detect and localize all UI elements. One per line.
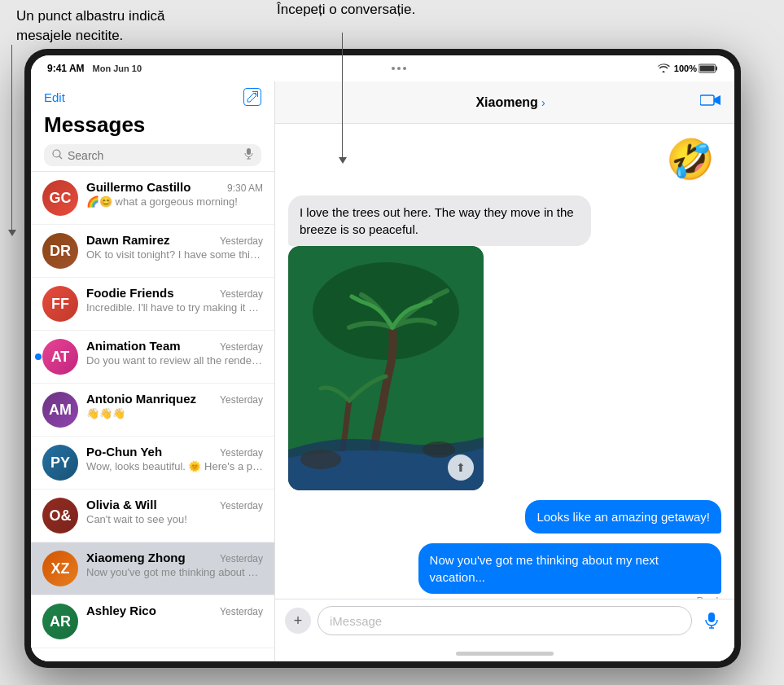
conv-time-guillermo: 9:30 AM [227, 182, 263, 194]
share-button[interactable]: ⬆ [448, 454, 474, 481]
conversation-item-xiaomeng[interactable]: XZXiaomeng ZhongYesterdayNow you've got … [31, 542, 274, 595]
svg-point-11 [300, 450, 341, 469]
wifi-icon [657, 63, 670, 74]
conversation-item-dawn[interactable]: DRDawn RamirezYesterdayOK to visit tonig… [31, 225, 274, 278]
message-bubble-received: I love the trees out here. The way they … [288, 195, 591, 246]
avatar-antonio: AM [42, 392, 78, 428]
conv-time-animation: Yesterday [220, 341, 263, 353]
message-group-received: I love the trees out here. The way they … [288, 195, 721, 490]
conv-name-guillermo: Guillermo Castillo [86, 180, 191, 194]
conversation-item-foodie[interactable]: FFFoodie FriendsYesterdayIncredible. I'l… [31, 278, 274, 331]
home-indicator [275, 645, 734, 661]
search-input[interactable] [68, 149, 239, 162]
conv-preview-olivia: Can't wait to see you! [86, 513, 263, 527]
conv-time-xiaomeng: Yesterday [220, 553, 263, 564]
conv-preview-xiaomeng: Now you've got me thinking about my next… [86, 566, 263, 580]
video-call-button[interactable] [700, 93, 721, 112]
mic-icon [244, 148, 253, 162]
svg-rect-8 [700, 95, 714, 105]
svg-point-12 [423, 441, 455, 458]
emoji-reaction: 🤣 [666, 137, 715, 182]
conv-preview-guillermo: 🌈😊 what a gorgeous morning! [86, 195, 263, 209]
chat-chevron-icon: › [541, 96, 545, 109]
conv-name-xiaomeng: Xiaomeng Zhong [86, 551, 186, 564]
annotation-arrow-1 [8, 230, 16, 236]
chat-header: Xiaomeng › [275, 81, 734, 124]
conv-name-olivia: Olivia & Will [86, 498, 157, 512]
status-date: Mon Jun 10 [93, 64, 142, 73]
mic-input-icon [705, 613, 718, 629]
main-content: Edit Messages [31, 81, 734, 661]
conv-name-animation: Animation Team [86, 339, 181, 353]
message-bubble-sent-1: Looks like an amazing getaway! [525, 500, 721, 534]
conv-body-animation: Animation TeamYesterdayDo you want to re… [86, 339, 263, 368]
avatar-pochun: PY [42, 445, 78, 481]
svg-rect-5 [247, 148, 251, 155]
status-right: 100% [657, 63, 718, 74]
conversation-item-olivia[interactable]: O&Olivia & WillYesterdayCan't wait to se… [31, 490, 274, 542]
conv-body-xiaomeng: Xiaomeng ZhongYesterdayNow you've got me… [86, 551, 263, 580]
home-bar [456, 652, 554, 656]
dots-center [392, 67, 406, 70]
conv-preview-dawn: OK to visit tonight? I have some things … [86, 248, 263, 262]
sidebar-header: Edit Messages [31, 81, 274, 172]
input-area: + iMessage [275, 599, 734, 645]
conv-name-ashley: Ashley Rico [86, 604, 156, 617]
search-bar[interactable] [44, 144, 261, 166]
annotation-unread: Un punct albastru indică mesajele neciti… [0, 0, 212, 52]
avatar-foodie: FF [42, 286, 78, 322]
chat-panel: Xiaomeng › 🤣 [275, 81, 734, 661]
chat-messages: 🤣 I love the trees out here. The way the… [275, 124, 734, 599]
annotation-arrow-2 [339, 157, 347, 164]
status-bar: 9:41 AM Mon Jun 10 100% [31, 55, 734, 81]
beach-scene-svg [288, 246, 484, 490]
status-time: 9:41 AM [47, 63, 85, 74]
conv-body-olivia: Olivia & WillYesterdayCan't wait to see … [86, 498, 263, 527]
message-input[interactable]: iMessage [318, 606, 692, 635]
conversation-item-animation[interactable]: ATAnimation TeamYesterdayDo you want to … [31, 331, 274, 384]
message-group-sent-2: Now you've got me thinking about my next… [288, 543, 721, 599]
conv-name-pochun: Po-Chun Yeh [86, 445, 162, 459]
conv-time-dawn: Yesterday [220, 235, 263, 247]
conv-time-foodie: Yesterday [220, 288, 263, 300]
compose-button[interactable] [243, 88, 261, 106]
conversation-item-guillermo[interactable]: GCGuillermo Castillo9:30 AM🌈😊 what a gor… [31, 172, 274, 225]
conv-body-antonio: Antonio ManriquezYesterday👋👋👋 [86, 392, 263, 421]
conv-name-antonio: Antonio Manriquez [86, 392, 196, 406]
conv-time-ashley: Yesterday [220, 606, 263, 617]
chat-contact-name: Xiaomeng [475, 95, 537, 110]
conv-body-dawn: Dawn RamirezYesterdayOK to visit tonight… [86, 233, 263, 262]
avatar-xiaomeng: XZ [42, 551, 78, 586]
compose-icon [247, 91, 258, 103]
conversation-item-antonio[interactable]: AMAntonio ManriquezYesterday👋👋👋 [31, 384, 274, 437]
ipad-screen: 9:41 AM Mon Jun 10 100% [31, 55, 734, 661]
svg-rect-2 [699, 66, 714, 72]
sidebar: Edit Messages [31, 81, 275, 661]
ipad-frame: 9:41 AM Mon Jun 10 100% [24, 49, 741, 668]
message-bubble-sent-2: Now you've got me thinking about my next… [418, 543, 721, 594]
message-group-sent-1: Looks like an amazing getaway! [288, 500, 721, 534]
plus-button[interactable]: + [285, 608, 311, 634]
conv-preview-antonio: 👋👋👋 [86, 407, 263, 421]
annotation-line-1 [11, 45, 12, 232]
svg-rect-13 [708, 613, 715, 622]
avatar-ashley: AR [42, 604, 78, 639]
conv-name-foodie: Foodie Friends [86, 286, 174, 300]
avatar-dawn: DR [42, 233, 78, 269]
svg-point-3 [53, 150, 60, 157]
svg-point-10 [313, 262, 459, 360]
conv-body-foodie: Foodie FriendsYesterdayIncredible. I'll … [86, 286, 263, 315]
unread-dot-animation [35, 353, 42, 360]
conversation-item-ashley[interactable]: ARAshley RicoYesterday [31, 595, 274, 648]
edit-button[interactable]: Edit [44, 90, 65, 104]
avatar-guillermo: GC [42, 180, 78, 216]
annotation-new-conv: Începeți o conversație. [277, 0, 415, 20]
mic-input-button[interactable] [699, 608, 725, 634]
conversation-item-pochun[interactable]: PYPo-Chun YehYesterdayWow, looks beautif… [31, 437, 274, 490]
conv-body-ashley: Ashley RicoYesterday [86, 604, 263, 619]
conv-name-dawn: Dawn Ramirez [86, 233, 170, 247]
svg-rect-1 [716, 67, 717, 71]
chat-title-area: Xiaomeng › [475, 95, 545, 110]
avatar-olivia: O& [42, 498, 78, 534]
conv-preview-pochun: Wow, looks beautiful. 🌞 Here's a photo o… [86, 460, 263, 474]
